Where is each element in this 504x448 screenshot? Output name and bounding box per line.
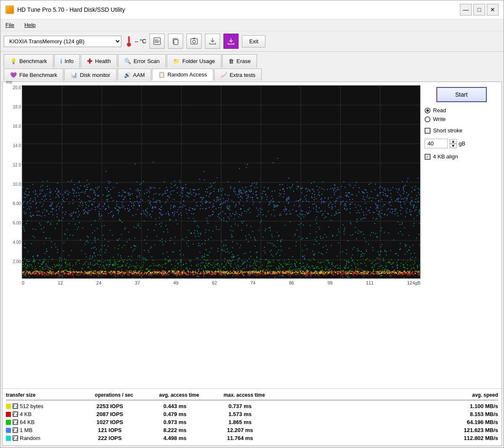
close-button[interactable]: ✕ [487,4,499,16]
tab-extratests[interactable]: 📈 Extra tests [214,69,262,81]
tab-benchmark-label: Benchmark [19,58,47,64]
maximize-button[interactable]: □ [473,4,485,16]
tab-benchmark[interactable]: 💡 Benchmark [4,54,53,68]
chart-canvas [22,86,420,279]
export-icon-btn[interactable] [205,34,220,49]
start-button[interactable]: Start [436,87,487,102]
errorscan-icon: 🔍 [124,58,131,64]
row-ops-0: 2253 IOPS [77,403,142,409]
row-transfer-label-4: Random [20,435,40,441]
x-label-49: 49 [173,280,178,285]
tab-filebenchmark[interactable]: 💜 File Benchmark [4,69,63,81]
exit-button[interactable]: Exit [242,35,265,47]
tabs-area: 💡 Benchmark i Info ✚ Health 🔍 Error Scan… [0,52,504,82]
row-avg-speed-4: 112.802 MB/s [273,435,498,441]
write-radio-item[interactable]: Write [425,116,498,122]
short-stroke-checkbox[interactable] [425,128,430,134]
svg-rect-4 [155,41,160,42]
window-title: HD Tune Pro 5.70 - Hard Disk/SSD Utility [17,6,125,13]
diskmonitor-icon: 📊 [71,72,77,78]
table-row: ✓ 4 KB 2087 IOPS 0.479 ms 1.573 ms 8.153… [6,410,498,418]
tab-randomaccess[interactable]: 📋 Random Access [152,69,213,81]
stroke-value-input[interactable] [425,139,448,148]
stroke-increment-button[interactable]: ▲ [449,139,457,144]
align-checkbox-item[interactable]: 4 KB align [425,153,498,160]
menu-file[interactable]: File [4,21,16,29]
x-label-86: 86 [289,280,294,285]
tab-diskmonitor[interactable]: 📊 Disk monitor [64,69,116,81]
table-row: ✓ 64 KB 1027 IOPS 0.973 ms 1.865 ms 64.1… [6,418,498,426]
tab-errorscan[interactable]: 🔍 Error Scan [118,54,166,68]
header-ops: operations / sec [81,392,147,398]
svg-point-1 [127,42,131,47]
write-radio-label: Write [433,116,446,122]
color-indicator-2 [6,420,11,425]
x-label-37: 37 [135,280,140,285]
main-content: ms 20.0 18.0 16.0 14.0 12.0 10.0 8.00 6.… [3,82,501,388]
x-label-74: 74 [250,280,255,285]
row-label-3: ✓ 1 MB [6,427,77,433]
short-stroke-checkbox-item[interactable]: Short stroke [425,127,498,134]
tab-folderusage[interactable]: 📁 Folder Usage [167,54,221,68]
temperature-display: – °C [125,35,146,47]
tab-aam-label: AAM [133,72,145,78]
align-checkbox[interactable] [425,154,430,160]
row-ops-4: 222 IOPS [77,435,142,441]
temperature-value: – °C [135,38,146,45]
x-label-124: 124gB [407,280,420,285]
x-label-111: 111 [366,280,373,285]
download-icon-btn[interactable] [223,34,239,49]
row-avg-speed-0: 1.100 MB/s [273,403,498,409]
color-indicator-3 [6,428,11,433]
stroke-spinbox: ▲ ▼ gB [425,139,498,148]
row-transfer-label-3: 1 MB [20,427,32,433]
read-radio-item[interactable]: Read [425,107,498,113]
menu-bar: File Help [0,19,504,31]
stroke-decrement-button[interactable]: ▼ [449,144,457,148]
tab-health-label: Health [95,58,111,64]
tab-folderusage-label: Folder Usage [182,58,215,64]
disk-dropdown[interactable]: KIOXIA TransMemory (124 gB) [4,36,121,47]
extratests-icon: 📈 [220,72,227,78]
minimize-button[interactable]: — [460,4,472,16]
row-checkbox-0[interactable]: ✓ [13,403,18,409]
row-avg-access-0: 0.443 ms [142,403,207,409]
row-avg-access-1: 0.479 ms [142,411,207,417]
aam-icon: 🔊 [124,72,131,78]
y-label-6: 6.00 [13,221,21,225]
app-icon: 🔶 [5,5,14,14]
tab-randomaccess-label: Random Access [168,71,207,78]
tab-info[interactable]: i Info [54,54,80,68]
copy-icon-btn[interactable] [168,34,183,49]
screenshot-icon-btn[interactable] [186,34,202,49]
row-checkbox-1[interactable]: ✓ [13,411,18,417]
folderusage-icon: 📁 [173,58,180,64]
write-radio-button[interactable] [425,116,430,122]
svg-point-9 [193,40,196,43]
tab-errorscan-label: Error Scan [134,58,160,64]
sidebar: Start Read Write Short stroke [425,85,498,385]
row-max-access-1: 1.573 ms [207,411,273,417]
row-label-0: ✓ 512 bytes [6,403,77,409]
menu-help[interactable]: Help [23,21,37,29]
tab-aam[interactable]: 🔊 AAM [118,69,151,81]
tabs-row-1: 💡 Benchmark i Info ✚ Health 🔍 Error Scan… [4,54,500,68]
tab-erase[interactable]: 🗑 Erase [222,54,257,68]
read-radio-button[interactable] [425,108,430,113]
row-ops-3: 121 IOPS [77,427,142,433]
stroke-unit-label: gB [459,140,465,147]
y-label-10: 10.0 [13,182,21,187]
y-axis-unit-label: ms [6,79,12,84]
tab-diskmonitor-label: Disk monitor [80,72,110,78]
svg-rect-7 [174,40,178,45]
row-max-access-0: 0.737 ms [207,403,273,409]
row-checkbox-3[interactable]: ✓ [13,427,18,433]
x-label-24: 24 [96,280,101,285]
filebenchmark-icon: 💜 [10,72,17,78]
tab-erase-label: Erase [236,58,251,64]
info-icon-btn[interactable] [150,34,165,49]
row-checkbox-2[interactable]: ✓ [13,419,18,425]
row-checkbox-4[interactable]: ✓ [13,435,18,441]
tab-filebenchmark-label: File Benchmark [19,72,57,78]
tab-health[interactable]: ✚ Health [81,54,117,68]
